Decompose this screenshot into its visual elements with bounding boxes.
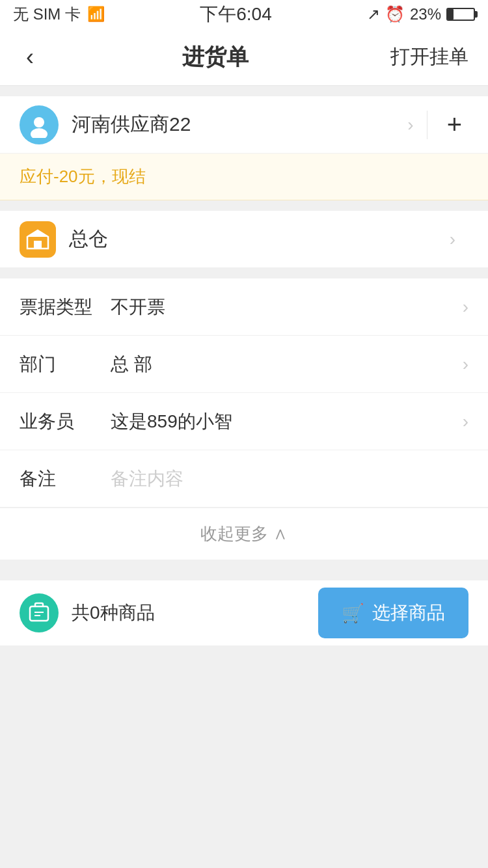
- remark-label: 备注: [20, 467, 111, 491]
- select-product-button[interactable]: 🛒 选择商品: [318, 588, 468, 638]
- supplier-chevron-icon: ›: [407, 115, 413, 135]
- top-divider: [0, 86, 488, 96]
- product-bottom-bar: 共0种商品 🛒 选择商品: [0, 580, 488, 645]
- battery-icon: [446, 8, 475, 21]
- status-left: 无 SIM 卡 📶: [13, 4, 105, 25]
- notice-text: 应付-20元，现结: [20, 167, 146, 186]
- bottom-divider: [0, 560, 488, 570]
- page-title: 进货单: [182, 42, 249, 72]
- remark-row[interactable]: 备注 备注内容: [0, 450, 488, 508]
- supplier-name: 河南供应商22: [72, 111, 407, 138]
- nav-bar: ‹ 进货单 打开挂单: [0, 29, 488, 86]
- svg-point-1: [31, 128, 47, 138]
- form-section: 票据类型 不开票 › 部门 总 部 › 业务员 这是859的小智 › 备注 备注…: [0, 278, 488, 560]
- salesperson-label: 业务员: [20, 409, 111, 434]
- warehouse-icon-wrap: [20, 221, 56, 258]
- svg-point-0: [34, 117, 44, 128]
- salesperson-row[interactable]: 业务员 这是859的小智 ›: [0, 393, 488, 450]
- supplier-row[interactable]: 河南供应商22 › +: [0, 96, 488, 154]
- select-product-label: 选择商品: [372, 601, 445, 625]
- add-supplier-button[interactable]: +: [441, 110, 468, 139]
- location-icon: ↗: [367, 5, 380, 23]
- status-bar: 无 SIM 卡 📶 下午6:04 ↗ ⏰ 23%: [0, 0, 488, 29]
- wifi-icon: 📶: [87, 6, 105, 23]
- remark-input[interactable]: 备注内容: [111, 467, 468, 491]
- notice-banner: 应付-20元，现结: [0, 154, 488, 200]
- vertical-divider: [427, 111, 427, 139]
- collapse-label: 收起更多 ∧: [200, 522, 287, 545]
- department-row[interactable]: 部门 总 部 ›: [0, 336, 488, 393]
- department-label: 部门: [20, 352, 111, 377]
- supplier-avatar: [20, 105, 59, 144]
- status-time: 下午6:04: [200, 2, 272, 27]
- warehouse-name: 总仓: [69, 226, 450, 252]
- invoice-type-row[interactable]: 票据类型 不开票 ›: [0, 278, 488, 336]
- mid-divider2: [0, 268, 488, 278]
- mid-divider1: [0, 200, 488, 211]
- department-value: 总 部: [111, 352, 463, 377]
- warehouse-chevron-icon: ›: [450, 229, 455, 250]
- svg-marker-3: [27, 230, 48, 237]
- alarm-icon: ⏰: [385, 5, 405, 23]
- carrier-text: 无 SIM 卡: [13, 4, 81, 25]
- page-background: [0, 645, 488, 841]
- avatar-icon: [26, 112, 52, 138]
- invoice-type-value: 不开票: [111, 295, 463, 319]
- svg-rect-2: [34, 241, 42, 249]
- salesperson-value: 这是859的小智: [111, 409, 463, 434]
- product-icon-wrap: [20, 593, 59, 632]
- product-icon: [27, 601, 51, 625]
- product-count-label: 共0种商品: [72, 601, 318, 625]
- salesperson-chevron-icon: ›: [463, 411, 468, 432]
- collapse-button[interactable]: 收起更多 ∧: [0, 508, 488, 560]
- battery-percent: 23%: [410, 5, 441, 23]
- select-product-icon: 🛒: [342, 603, 364, 624]
- svg-rect-4: [30, 606, 48, 621]
- open-pending-button[interactable]: 打开挂单: [390, 44, 468, 70]
- warehouse-icon: [26, 228, 49, 251]
- department-chevron-icon: ›: [463, 354, 468, 375]
- invoice-type-label: 票据类型: [20, 295, 111, 319]
- warehouse-row[interactable]: 总仓 ›: [0, 211, 488, 268]
- status-right: ↗ ⏰ 23%: [367, 5, 475, 23]
- supplier-section: 河南供应商22 › + 应付-20元，现结: [0, 96, 488, 200]
- invoice-type-chevron-icon: ›: [463, 297, 468, 318]
- back-button[interactable]: ‹: [20, 37, 40, 77]
